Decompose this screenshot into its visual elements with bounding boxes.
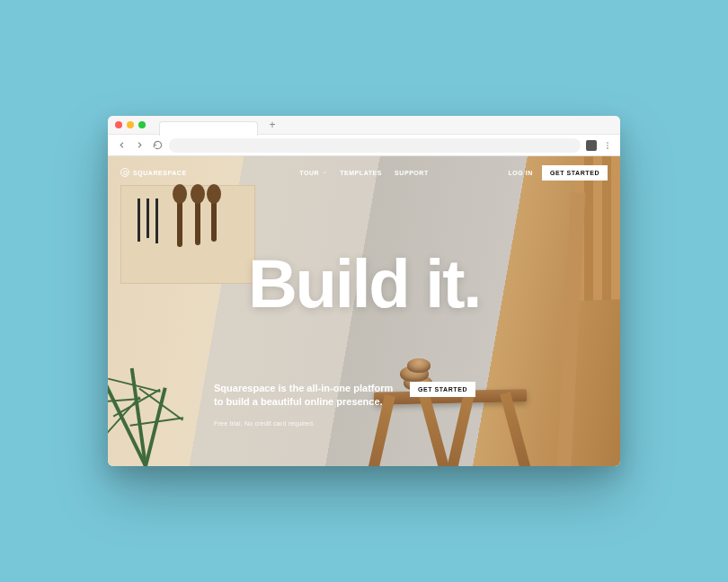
fullscreen-window-button[interactable]: [138, 121, 146, 128]
svg-point-0: [607, 142, 608, 144]
brand-name: SQUARESPACE: [133, 170, 187, 176]
tab-bar: +: [108, 116, 620, 134]
back-button[interactable]: [115, 139, 128, 152]
close-window-button[interactable]: [115, 121, 122, 128]
decor-chisel: [138, 198, 140, 242]
browser-window: +: [108, 116, 620, 466]
nav-tour-label: TOUR: [299, 170, 319, 176]
hero-note: Free trial. No credit card required.: [214, 420, 315, 427]
new-tab-button[interactable]: +: [266, 119, 279, 131]
page-viewport: SQUARESPACE TOUR TEMPLATES SUPPORT: [108, 156, 620, 466]
decor-spoon: [211, 193, 217, 242]
nav-right: LOG IN GET STARTED: [508, 165, 608, 181]
browser-chrome: +: [108, 116, 620, 156]
nav-support-label: SUPPORT: [395, 170, 429, 176]
decor-chisel: [146, 198, 149, 238]
login-link[interactable]: LOG IN: [508, 170, 532, 176]
minimize-window-button[interactable]: [127, 121, 134, 128]
login-label: LOG IN: [508, 170, 532, 176]
decor-spoon: [177, 193, 182, 247]
svg-point-2: [607, 147, 608, 149]
get-started-button[interactable]: GET STARTED: [542, 165, 608, 181]
hero-get-started-button[interactable]: GET STARTED: [410, 382, 475, 397]
brand[interactable]: SQUARESPACE: [120, 168, 187, 177]
address-bar-row: [108, 134, 620, 155]
nav-tour[interactable]: TOUR: [299, 170, 327, 176]
hero-subtitle: Squarespace is the all-in-one platform t…: [214, 382, 394, 409]
nav-templates[interactable]: TEMPLATES: [340, 170, 382, 176]
chevron-down-icon: [322, 170, 327, 175]
brand-logo-icon: [120, 168, 129, 177]
profile-icon[interactable]: [586, 140, 597, 151]
decor-spoon: [195, 193, 200, 245]
window-controls: [115, 121, 146, 128]
decor-frond: [144, 387, 167, 466]
menu-icon[interactable]: [602, 140, 613, 151]
svg-point-1: [607, 145, 608, 146]
decor-tool-panel: [120, 185, 255, 284]
browser-tab[interactable]: [159, 121, 258, 136]
site-nav: SQUARESPACE TOUR TEMPLATES SUPPORT: [108, 156, 620, 189]
nav-templates-label: TEMPLATES: [340, 170, 382, 176]
nav-support[interactable]: SUPPORT: [395, 170, 429, 176]
hero-title: Build it.: [248, 244, 480, 322]
nav-center: TOUR TEMPLATES SUPPORT: [299, 170, 429, 176]
decor-palm: [108, 349, 207, 466]
reload-button[interactable]: [151, 139, 164, 152]
decor-chisel: [155, 198, 158, 243]
hero-sub-row: Squarespace is the all-in-one platform t…: [214, 382, 512, 409]
forward-button[interactable]: [133, 139, 146, 152]
decor-bowl: [407, 358, 431, 373]
address-bar[interactable]: [169, 138, 581, 153]
